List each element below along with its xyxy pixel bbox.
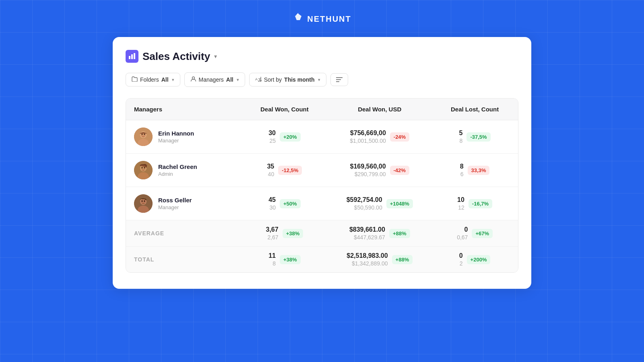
manager-cell: Rachel Green Admin bbox=[126, 154, 241, 187]
svg-point-23 bbox=[144, 167, 145, 169]
svg-point-28 bbox=[142, 200, 143, 202]
col-header-deal-won-usd: Deal Won, USD bbox=[328, 99, 431, 120]
badge: +200% bbox=[467, 255, 491, 264]
deal-won-count-cell: 30 25 +20% bbox=[241, 124, 328, 150]
total-usd-numbers: $2,518,983.00 $1,342,889.00 bbox=[347, 252, 388, 267]
manager-cell: Ross Geller Manager bbox=[126, 187, 241, 220]
badge: +20% bbox=[280, 132, 301, 142]
manager-info: Erin Hannon Manager bbox=[158, 130, 194, 144]
page-title: Sales Activity bbox=[142, 50, 210, 63]
average-row: AVERAGE 3,67 2,67 +38% $839,661.00 $447,… bbox=[126, 220, 518, 247]
deal-won-count-numbers: 30 25 bbox=[268, 130, 276, 144]
num-main: $756,669,00 bbox=[350, 130, 386, 137]
total-deal-won-count: 11 8 +38% bbox=[241, 247, 328, 272]
sort-value: This month bbox=[284, 76, 314, 83]
manager-role: Manager bbox=[158, 138, 194, 144]
num-sub: 25 bbox=[269, 138, 276, 144]
deal-won-count-cell: 35 40 -12,5% bbox=[241, 157, 328, 183]
svg-point-17 bbox=[144, 134, 145, 135]
managers-chevron: ▾ bbox=[237, 77, 239, 82]
badge: 33,3% bbox=[468, 166, 490, 175]
num-main: 5 bbox=[459, 130, 463, 137]
badge: +38% bbox=[283, 229, 303, 238]
sort-order-button[interactable] bbox=[330, 73, 348, 86]
total-row: TOTAL 11 8 +38% $2,518,983.00 $1,342,889… bbox=[126, 247, 518, 272]
managers-filter[interactable]: Managers All ▾ bbox=[184, 72, 245, 87]
num-main: 10 bbox=[457, 196, 464, 204]
chart-icon bbox=[126, 50, 138, 63]
num-sub: 40 bbox=[268, 171, 275, 177]
avatar bbox=[134, 194, 153, 213]
sort-chevron: ▾ bbox=[318, 77, 320, 82]
average-deal-lost: 0 0,67 +67% bbox=[431, 220, 518, 246]
badge: +50% bbox=[280, 199, 301, 208]
badge: -12,5% bbox=[278, 166, 302, 175]
svg-rect-2 bbox=[129, 56, 130, 59]
svg-marker-0 bbox=[295, 14, 301, 20]
deal-won-usd-cell: $592,754.00 $50,590.00 +1048% bbox=[328, 191, 431, 216]
sort-az-icon: A Z bbox=[255, 76, 262, 83]
brand-name: NETHUNT bbox=[307, 14, 351, 24]
num-sub: 8 bbox=[272, 260, 276, 267]
average-lost-numbers: 0 0,67 bbox=[457, 226, 468, 241]
num-sub: $1,342,889.00 bbox=[352, 260, 388, 267]
sort-filter[interactable]: A Z Sort by This month ▾ bbox=[249, 73, 326, 86]
manager-role: Admin bbox=[158, 171, 197, 177]
badge: +1048% bbox=[386, 199, 413, 208]
num-main: 0 bbox=[464, 226, 468, 233]
num-sub: 2,67 bbox=[267, 234, 278, 241]
title-dropdown-arrow[interactable]: ▾ bbox=[214, 53, 217, 60]
average-numbers: 3,67 2,67 bbox=[266, 226, 279, 241]
average-label: AVERAGE bbox=[126, 223, 241, 244]
sort-label: Sort by bbox=[264, 76, 282, 83]
deal-lost-numbers: 8 6 bbox=[460, 163, 464, 177]
deal-won-usd-numbers: $756,669,00 $1,001,500.00 bbox=[350, 130, 386, 144]
total-lost-numbers: 0 2 bbox=[459, 252, 463, 267]
num-sub: 30 bbox=[269, 204, 276, 211]
deal-won-usd-numbers: $169,560,00 $290,799.00 bbox=[350, 163, 386, 177]
num-main: $169,560,00 bbox=[350, 163, 386, 170]
badge: +67% bbox=[472, 229, 493, 238]
badge: +38% bbox=[280, 255, 301, 264]
num-sub: $290,799.00 bbox=[355, 171, 386, 177]
num-sub: 6 bbox=[460, 171, 464, 177]
num-sub: 0,67 bbox=[457, 234, 468, 241]
deal-won-usd-numbers: $592,754.00 $50,590.00 bbox=[347, 196, 382, 211]
svg-point-22 bbox=[142, 167, 143, 169]
manager-cell: Erin Hannon Manager bbox=[126, 120, 241, 153]
badge: +88% bbox=[389, 229, 410, 238]
deal-won-count-cell: 45 30 +50% bbox=[241, 191, 328, 216]
managers-value: All bbox=[226, 76, 233, 83]
folders-value: All bbox=[161, 76, 169, 83]
main-card: Sales Activity ▾ Folders All ▾ Managers … bbox=[113, 37, 531, 289]
num-main: $839,661.00 bbox=[349, 226, 385, 233]
svg-text:A: A bbox=[255, 77, 258, 81]
manager-role: Manager bbox=[158, 204, 192, 210]
deal-lost-count-cell: 8 6 33,3% bbox=[431, 157, 518, 183]
num-main: $592,754.00 bbox=[347, 196, 382, 204]
table-row: Rachel Green Admin 35 40 -12,5% $169,560… bbox=[126, 154, 518, 187]
badge: -16,7% bbox=[469, 199, 492, 208]
badge: -24% bbox=[390, 132, 409, 142]
total-deal-won-usd: $2,518,983.00 $1,342,889.00 +88% bbox=[328, 247, 431, 272]
folder-icon bbox=[132, 76, 138, 83]
table-row: Erin Hannon Manager 30 25 +20% $756,669,… bbox=[126, 120, 518, 154]
svg-point-29 bbox=[144, 200, 145, 202]
total-label: TOTAL bbox=[126, 249, 241, 270]
person-icon bbox=[190, 76, 196, 83]
num-main: 11 bbox=[268, 252, 276, 259]
deal-lost-count-cell: 5 8 -37,5% bbox=[431, 124, 518, 150]
num-main: 3,67 bbox=[266, 226, 279, 233]
total-numbers: 11 8 bbox=[268, 252, 276, 267]
deal-won-usd-cell: $169,560,00 $290,799.00 -42% bbox=[328, 157, 431, 183]
page-header: Sales Activity ▾ bbox=[126, 50, 518, 63]
svg-rect-4 bbox=[134, 53, 135, 59]
num-main: $2,518,983.00 bbox=[347, 252, 388, 259]
deal-won-usd-cell: $756,669,00 $1,001,500.00 -24% bbox=[328, 124, 431, 150]
manager-name: Rachel Green bbox=[158, 163, 197, 170]
deal-won-count-numbers: 45 30 bbox=[268, 196, 276, 211]
col-header-managers: Managers bbox=[126, 99, 241, 120]
num-main: 35 bbox=[267, 163, 274, 170]
average-deal-won-count: 3,67 2,67 +38% bbox=[241, 220, 328, 246]
folders-filter[interactable]: Folders All ▾ bbox=[126, 73, 180, 86]
